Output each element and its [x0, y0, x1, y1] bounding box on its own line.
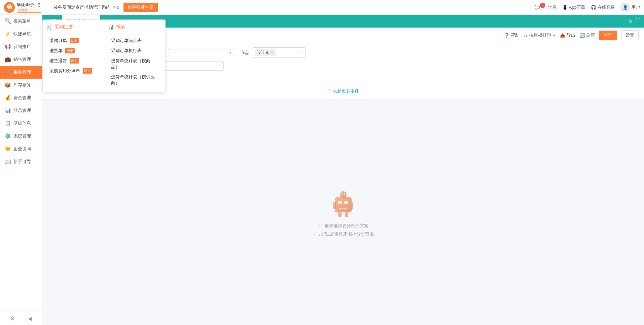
- help-button[interactable]: ❓ 帮助: [504, 32, 520, 38]
- receipt-stats-goods-label: 进货单统计表（按商品）: [111, 58, 159, 70]
- message-icon: 💬: [535, 5, 540, 10]
- phone-icon: 📱: [562, 5, 568, 10]
- voucher-status-select[interactable]: ▼: [168, 49, 235, 56]
- sidebar-item-sales[interactable]: 💼 销售管理: [0, 53, 42, 66]
- menu-item-purchase-order-exec[interactable]: 采购订单执行表: [108, 46, 162, 56]
- refresh-icon: 🔄: [579, 33, 585, 38]
- sidebar-item-guide[interactable]: 📖 新手引导: [0, 155, 42, 168]
- refresh-button[interactable]: 🔄 刷新: [579, 32, 595, 38]
- empty-text: ① 请先选择要分析的方案 ② 用[过滤]条件来缩小分析范围: [313, 222, 374, 238]
- sales-icon: 💼: [5, 56, 11, 63]
- app-download-label: App下载: [569, 4, 585, 10]
- user-item[interactable]: 👤 用户: [620, 3, 640, 12]
- goods-select[interactable]: 设计素 ✕ ···: [252, 47, 306, 58]
- report-section: 📊 报表 采购订单统计表 采购订单执行表 进货单统计表（按商品） 进货单统计表（…: [108, 24, 162, 88]
- menu-item-purchase-cost[interactable]: 采购费用分摊单 历史: [47, 66, 100, 76]
- close-tab-icon[interactable]: ✕: [628, 18, 633, 25]
- query-button[interactable]: 查询: [599, 31, 617, 40]
- sidebar-label-sales: 销售管理: [13, 56, 31, 63]
- enterprise-icon: 🤝: [5, 146, 11, 152]
- logo-area: 畅 畅捷通好生意 标准版: [4, 2, 46, 13]
- menu-item-purchase-order-stats[interactable]: 采购订单统计表: [108, 36, 162, 46]
- menu-item-purchase-order[interactable]: 采购订单 历史: [47, 36, 100, 46]
- purchase-order-exec-label: 采购订单执行表: [111, 48, 142, 54]
- help-icon: ❓: [504, 33, 509, 38]
- print-template-button[interactable]: 🖨 按模板打印 ▼: [524, 32, 556, 38]
- svg-rect-1: [338, 201, 342, 204]
- svg-point-8: [340, 191, 347, 198]
- tab-spacer: [100, 15, 625, 28]
- online-service-label: 在线客服: [598, 4, 615, 10]
- sidebar-item-marketing[interactable]: 📢 营销推广: [0, 40, 42, 53]
- system-dropdown-arrow[interactable]: ▼: [112, 5, 116, 9]
- online-service-item[interactable]: 🎧 在线客服: [591, 4, 615, 10]
- sidebar-label-search: 搜索菜单: [13, 18, 31, 24]
- export-icon: 📤: [560, 33, 565, 38]
- report-section-icon: 📊: [108, 24, 114, 30]
- sidebar-label-operations: 经营管理: [13, 108, 31, 114]
- empty-state: ① 请先选择要分析的方案 ② 用[过滤]条件来缩小分析范围: [313, 187, 374, 238]
- receipt-history-badge: 历史: [65, 48, 75, 53]
- sidebar-item-search[interactable]: 🔍 搜索菜单: [0, 15, 42, 28]
- quick-nav-icon: ⚡: [5, 31, 11, 37]
- top-right: 💬 6 消息 📱 App下载 🎧 在线客服 👤 用户: [535, 3, 640, 12]
- user-avatar: 👤: [620, 3, 630, 12]
- sidebar-item-base-info[interactable]: 📋 基础信息: [0, 117, 42, 130]
- sidebar-item-purchase[interactable]: 🛒 采购管理: [0, 66, 42, 79]
- goods-filter: 商品 设计素 ✕ ···: [241, 47, 306, 58]
- content-main: ① 请先选择要分析的方案 ② 用[过滤]条件来缩小分析范围: [42, 100, 644, 325]
- base-info-icon: 📋: [5, 120, 11, 126]
- goods-more[interactable]: ···: [296, 50, 302, 56]
- app-download-item[interactable]: 📱 App下载: [562, 4, 585, 10]
- sidebar-item-enterprise[interactable]: 🤝 企业协同: [0, 143, 42, 155]
- empty-illustration: [326, 187, 360, 221]
- sidebar-label-system: 系统管理: [13, 133, 31, 139]
- svg-rect-4: [333, 202, 336, 209]
- purchase-dropdown-menu: 🛒 采购业务 采购订单 历史 进货单 历史 进货退货 历史 采购费用分摊单 历史: [42, 19, 166, 92]
- marketing-icon: 📢: [5, 44, 11, 50]
- export-button[interactable]: 📤 导出: [560, 32, 575, 38]
- menu-item-receipt[interactable]: 进货单 历史: [47, 46, 100, 56]
- system-title: 装备及固定资产辅助管理系统 ▼: [53, 4, 116, 10]
- sidebar-label-base-info: 基础信息: [13, 120, 31, 126]
- salesperson-more[interactable]: ···: [214, 63, 221, 69]
- print-dropdown-icon: ▼: [552, 34, 556, 37]
- svg-point-10: [344, 193, 345, 195]
- maximize-tab-icon[interactable]: ⛶: [635, 18, 641, 24]
- sidebar-item-system[interactable]: ⚙️ 系统管理: [0, 130, 42, 143]
- sidebar-label-guide: 新手引导: [13, 159, 31, 165]
- collapse-sidebar-icon[interactable]: ◀: [28, 315, 32, 322]
- user-label: 用户: [631, 4, 640, 10]
- top-bar: 畅 畅捷通好生意 标准版 装备及固定资产辅助管理系统 ▼ ⚙ 体验行业方案 💬 …: [0, 0, 644, 15]
- purchase-section-title: 🛒 采购业务: [47, 24, 100, 32]
- settings-bottom-icon[interactable]: ⚙: [10, 315, 15, 322]
- sidebar-item-quick-nav[interactable]: ⚡ 快捷导航: [0, 28, 42, 40]
- settings-icon[interactable]: ⚙: [116, 5, 120, 10]
- sidebar: 🔍 搜索菜单 ⚡ 快捷导航 📢 营销推广 💼 销售管理 🛒 采购管理: [0, 15, 42, 325]
- sidebar-item-operations[interactable]: 📊 经营管理: [0, 104, 42, 117]
- sidebar-item-finance[interactable]: 💰 资金管理: [0, 91, 42, 104]
- svg-rect-3: [339, 208, 347, 209]
- headset-icon: 🎧: [591, 5, 596, 10]
- empty-tip-1: ① 请先选择要分析的方案: [313, 222, 374, 230]
- system-icon: ⚙️: [5, 133, 11, 139]
- menu-item-receipt-stats-supplier[interactable]: 进货单统计表（按供应商）: [108, 72, 162, 88]
- sidebar-item-inventory[interactable]: 📦 库存核算: [0, 79, 42, 91]
- purchase-cost-history-badge: 历史: [83, 68, 92, 74]
- salesperson-select[interactable]: ···: [156, 61, 224, 71]
- trial-button[interactable]: 体验行业方案: [123, 3, 158, 12]
- settings-button[interactable]: 设置: [621, 30, 639, 40]
- goods-tag-close[interactable]: ✕: [271, 50, 274, 55]
- menu-item-receipt-stats-goods[interactable]: 进货单统计表（按商品）: [108, 56, 162, 72]
- sidebar-label-purchase: 采购管理: [13, 69, 31, 75]
- voucher-status-arrow: ▼: [229, 51, 232, 54]
- sidebar-label-marketing: 营销推广: [13, 44, 31, 50]
- messages-item[interactable]: 💬 6 消息: [535, 4, 557, 10]
- menu-item-purchase-return[interactable]: 进货退货 历史: [47, 56, 100, 66]
- sidebar-label-enterprise: 企业协同: [13, 146, 31, 152]
- menu-section-divider: [104, 24, 104, 88]
- finance-icon: 💰: [5, 95, 11, 101]
- purchase-return-label: 进货退货: [49, 58, 67, 64]
- collapse-button[interactable]: ⌃ 收起更多条件: [328, 88, 359, 94]
- goods-tag: 设计素 ✕: [255, 49, 276, 56]
